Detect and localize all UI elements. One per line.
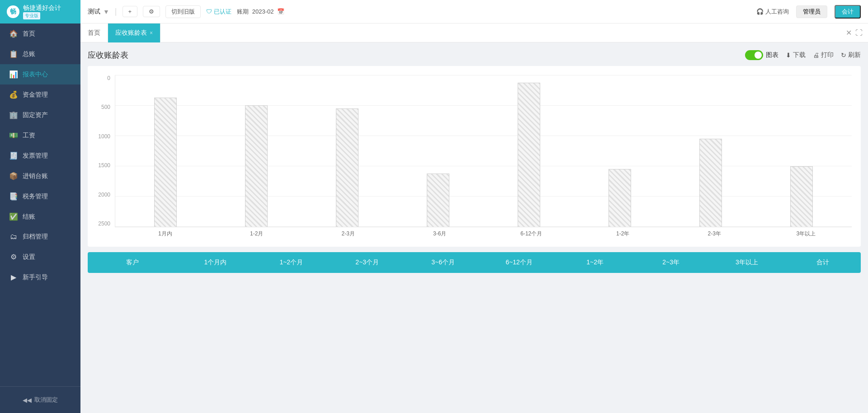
y-label-1500: 1500 xyxy=(97,162,110,169)
x-label-0: 1月内 xyxy=(119,227,211,238)
main-area: 测试 ▼ | + ⚙ 切到旧版 🛡 已认证 账期 2023-02 📅 🎧 人工咨… xyxy=(80,0,868,413)
y-label-2000: 2000 xyxy=(97,192,110,198)
th-3-6m: 3~6个月 xyxy=(405,252,481,273)
sidebar-item-tax-label: 税务管理 xyxy=(23,192,48,201)
verified-label: 已认证 xyxy=(214,8,231,16)
switch-old-version-button[interactable]: 切到旧版 xyxy=(165,5,201,18)
sidebar-item-reports[interactable]: 📊 报表中心 xyxy=(0,64,80,84)
add-company-button[interactable]: + xyxy=(123,6,138,17)
download-button[interactable]: ⬇ 下载 xyxy=(786,51,806,59)
headset-icon: 🎧 xyxy=(756,8,764,15)
sidebar-item-assets-label: 固定资产 xyxy=(23,111,48,119)
download-icon: ⬇ xyxy=(786,52,791,59)
trade-icon: 📦 xyxy=(9,172,18,180)
admin-button[interactable]: 管理员 xyxy=(796,5,827,18)
sidebar-item-archive-label: 归档管理 xyxy=(23,233,48,241)
close-window-icon[interactable]: ✕ xyxy=(846,28,852,37)
th-2-3y: 2~3年 xyxy=(633,252,709,273)
accountant-button[interactable]: 会计 xyxy=(835,5,861,19)
settings-button[interactable]: ⚙ xyxy=(143,6,160,17)
page-header: 应收账龄表 图表 ⬇ 下载 🖨 打印 ↻ 刷新 xyxy=(88,50,861,61)
sidebar-item-assets[interactable]: 🏢 固定资产 xyxy=(0,105,80,125)
table-container: 客户 1个月内 1~2个月 2~3个月 3~6个月 6~12个月 1~2年 2~… xyxy=(88,252,861,273)
sidebar-item-settings[interactable]: ⚙ 设置 xyxy=(0,247,80,267)
bar-group-3 xyxy=(392,75,483,227)
print-button[interactable]: 🖨 打印 xyxy=(813,51,834,59)
cancel-fixed-label: 取消固定 xyxy=(34,396,58,404)
bar-1 xyxy=(245,105,268,227)
settings-icon: ⚙ xyxy=(9,253,18,261)
calendar-icon[interactable]: 📅 xyxy=(277,8,284,15)
table-header: 客户 1个月内 1~2个月 2~3个月 3~6个月 6~12个月 1~2年 2~… xyxy=(88,252,861,273)
x-label-3: 3-6月 xyxy=(394,227,486,238)
consult-button[interactable]: 🎧 人工咨询 xyxy=(756,8,789,16)
sidebar-item-home[interactable]: 🏠 首页 xyxy=(0,23,80,44)
tabs-bar: 首页 应收账龄表 × ✕ ⛶ xyxy=(80,23,868,42)
cancel-fixed-button[interactable]: ◀◀ 取消固定 xyxy=(0,391,80,408)
archive-icon: 🗂 xyxy=(9,233,18,241)
tab-home-label: 首页 xyxy=(88,29,100,37)
company-selector[interactable]: 测试 ▼ xyxy=(88,8,109,16)
checkout-icon: ✅ xyxy=(9,212,18,221)
sidebar-item-guide[interactable]: ▶ 新手引导 xyxy=(0,267,80,287)
sidebar-item-home-label: 首页 xyxy=(23,30,35,38)
sidebar-item-guide-label: 新手引导 xyxy=(23,273,48,282)
period-info: 账期 2023-02 📅 xyxy=(237,8,284,16)
invoice-icon: 🧾 xyxy=(9,151,18,160)
x-label-4: 6-12个月 xyxy=(486,227,577,238)
period-label: 账期 xyxy=(237,8,249,15)
page-content: 应收账龄表 图表 ⬇ 下载 🖨 打印 ↻ 刷新 xyxy=(80,42,868,413)
app-name: 畅捷通好会计 xyxy=(23,4,61,12)
sidebar-item-checkout[interactable]: ✅ 结账 xyxy=(0,206,80,227)
bar-0 xyxy=(154,98,177,227)
pin-icon: ◀◀ xyxy=(23,397,32,404)
tab-home[interactable]: 首页 xyxy=(80,23,108,42)
refresh-icon: ↻ xyxy=(841,52,846,59)
x-label-6: 2-3年 xyxy=(669,227,760,238)
th-customer: 客户 xyxy=(88,252,177,273)
sidebar-bottom: ◀◀ 取消固定 xyxy=(0,386,80,413)
sidebar-item-trade[interactable]: 📦 进销台账 xyxy=(0,166,80,186)
chart-toggle-wrap: 图表 xyxy=(745,50,778,60)
th-total: 合计 xyxy=(785,252,861,273)
x-label-5: 1-2年 xyxy=(577,227,669,238)
expand-icon[interactable]: ⛶ xyxy=(855,29,863,37)
th-6-12m: 6~12个月 xyxy=(481,252,557,273)
chart-container: 2500 2000 1500 1000 500 0 xyxy=(88,66,861,247)
y-label-0: 0 xyxy=(97,75,110,81)
bar-5 xyxy=(609,169,631,227)
tabs-right: ✕ ⛶ xyxy=(840,28,868,37)
chart-toggle[interactable] xyxy=(745,50,763,60)
th-1-2y: 1~2年 xyxy=(557,252,633,273)
sidebar-nav: 🏠 首页 📋 总账 📊 报表中心 💰 资金管理 🏢 固定资产 💵 工资 🧾 发票… xyxy=(0,23,80,386)
sidebar-item-ledger[interactable]: 📋 总账 xyxy=(0,44,80,64)
tab-close-icon[interactable]: × xyxy=(150,30,153,36)
topbar: 测试 ▼ | + ⚙ 切到旧版 🛡 已认证 账期 2023-02 📅 🎧 人工咨… xyxy=(80,0,868,23)
divider: | xyxy=(115,7,117,16)
bar-6 xyxy=(699,139,722,227)
sidebar-item-invoice[interactable]: 🧾 发票管理 xyxy=(0,145,80,166)
verified-badge: 🛡 已认证 xyxy=(206,8,231,16)
tax-icon: 📑 xyxy=(9,192,18,201)
tab-aging-report[interactable]: 应收账龄表 × xyxy=(108,23,160,42)
sidebar-item-tax[interactable]: 📑 税务管理 xyxy=(0,186,80,206)
y-label-1000: 1000 xyxy=(97,133,110,140)
sidebar-item-funds[interactable]: 💰 资金管理 xyxy=(0,84,80,105)
sidebar-item-salary-label: 工资 xyxy=(23,131,35,140)
bar-group-1 xyxy=(211,75,302,227)
x-label-1: 1-2月 xyxy=(211,227,303,238)
refresh-button[interactable]: ↻ 刷新 xyxy=(841,51,861,59)
bar-group-5 xyxy=(575,75,665,227)
bar-group-4 xyxy=(484,75,575,227)
sidebar-item-trade-label: 进销台账 xyxy=(23,172,48,180)
th-1-2m: 1~2个月 xyxy=(253,252,329,273)
y-label-2500: 2500 xyxy=(97,221,110,227)
sidebar-item-archive[interactable]: 🗂 归档管理 xyxy=(0,227,80,247)
sidebar: 畅 畅捷通好会计 专业版 🏠 首页 📋 总账 📊 报表中心 💰 资金管理 🏢 固… xyxy=(0,0,80,413)
bar-group-2 xyxy=(302,75,392,227)
x-label-7: 3年以上 xyxy=(760,227,852,238)
bar-4 xyxy=(518,83,540,227)
x-labels: 1月内 1-2月 2-3月 3-6月 6-12个月 1-2年 2-3年 3年以上 xyxy=(115,227,852,238)
guide-icon: ▶ xyxy=(9,273,18,282)
sidebar-item-salary[interactable]: 💵 工资 xyxy=(0,125,80,145)
